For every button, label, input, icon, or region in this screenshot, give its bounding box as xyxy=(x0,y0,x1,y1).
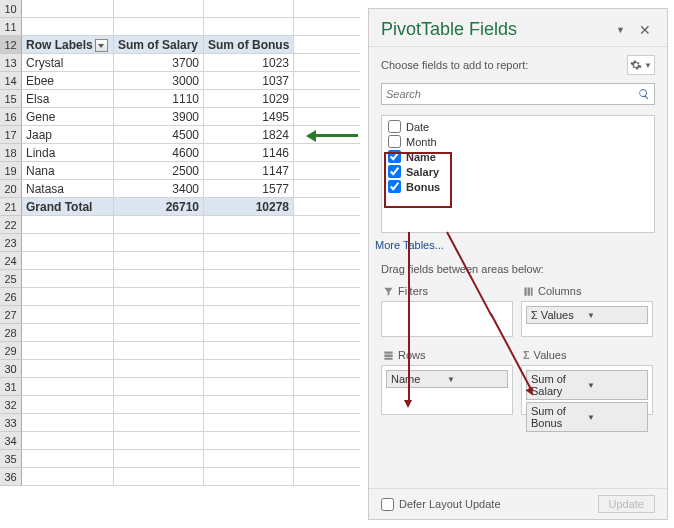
row-header[interactable]: 30 xyxy=(0,360,22,378)
cell-name[interactable]: Crystal xyxy=(22,54,114,71)
columns-dropzone[interactable]: Σ Values▼ xyxy=(521,301,653,337)
field-label: Name xyxy=(406,151,436,163)
cell-salary[interactable]: 4600 xyxy=(114,144,204,161)
field-label: Salary xyxy=(406,166,439,178)
tools-button[interactable]: ▼ xyxy=(627,55,655,75)
field-checkbox[interactable] xyxy=(388,120,401,133)
row-header[interactable]: 24 xyxy=(0,252,22,270)
field-checkbox[interactable] xyxy=(388,165,401,178)
columns-icon xyxy=(523,286,534,297)
row-header[interactable]: 19 xyxy=(0,162,22,180)
table-row: Nana25001147 xyxy=(22,162,360,180)
row-header[interactable]: 36 xyxy=(0,468,22,486)
row-header[interactable]: 10 xyxy=(0,0,22,18)
field-item-name[interactable]: Name xyxy=(382,149,654,164)
row-header[interactable]: 33 xyxy=(0,414,22,432)
cell-name[interactable]: Natasa xyxy=(22,180,114,197)
row-header[interactable]: 34 xyxy=(0,432,22,450)
cell-salary[interactable]: 1110 xyxy=(114,90,204,107)
cell-salary[interactable]: 2500 xyxy=(114,162,204,179)
field-checkbox[interactable] xyxy=(388,150,401,163)
cell-bonus[interactable]: 1147 xyxy=(204,162,294,179)
pivot-header-row: Row Labels Sum of Salary Sum of Bonus xyxy=(22,36,360,54)
table-row: Elsa11101029 xyxy=(22,90,360,108)
row-header[interactable]: 14 xyxy=(0,72,22,90)
cell-bonus[interactable]: 1577 xyxy=(204,180,294,197)
cell-bonus[interactable]: 1029 xyxy=(204,90,294,107)
row-header[interactable]: 18 xyxy=(0,144,22,162)
defer-layout-checkbox[interactable]: Defer Layout Update xyxy=(381,498,598,511)
field-item-salary[interactable]: Salary xyxy=(382,164,654,179)
row-header[interactable]: 22 xyxy=(0,216,22,234)
cell-bonus[interactable]: 1495 xyxy=(204,108,294,125)
cell-name[interactable]: Elsa xyxy=(22,90,114,107)
row-header[interactable]: 35 xyxy=(0,450,22,468)
row-header[interactable]: 27 xyxy=(0,306,22,324)
row-header[interactable]: 31 xyxy=(0,378,22,396)
row-header[interactable]: 28 xyxy=(0,324,22,342)
gear-icon xyxy=(630,59,642,71)
field-label: Date xyxy=(406,121,429,133)
cell-name[interactable]: Jaap xyxy=(22,126,114,143)
field-item-date[interactable]: Date xyxy=(382,119,654,134)
row-header[interactable]: 23 xyxy=(0,234,22,252)
values-dropzone[interactable]: Sum of Salary▼ Sum of Bonus▼ xyxy=(521,365,653,415)
col-header-bonus: Sum of Bonus xyxy=(204,36,294,53)
grand-total-bonus: 10278 xyxy=(204,198,294,215)
search-field[interactable] xyxy=(386,88,638,100)
row-header[interactable]: 12 xyxy=(0,36,22,54)
more-tables-link[interactable]: More Tables... xyxy=(369,233,667,253)
row-header[interactable]: 13 xyxy=(0,54,22,72)
row-header[interactable]: 26 xyxy=(0,288,22,306)
cell-name[interactable]: Nana xyxy=(22,162,114,179)
rows-icon xyxy=(383,350,394,361)
field-item-bonus[interactable]: Bonus xyxy=(382,179,654,194)
row-header[interactable]: 29 xyxy=(0,342,22,360)
cell-bonus[interactable]: 1037 xyxy=(204,72,294,89)
pane-menu-dropdown[interactable]: ▼ xyxy=(606,25,635,35)
field-tag-sum-bonus[interactable]: Sum of Bonus▼ xyxy=(526,402,648,432)
col-header-salary: Sum of Salary xyxy=(114,36,204,53)
cell-name[interactable]: Linda xyxy=(22,144,114,161)
filter-dropdown-icon[interactable] xyxy=(95,39,108,52)
row-header[interactable]: 11 xyxy=(0,18,22,36)
cell-name[interactable]: Ebee xyxy=(22,72,114,89)
row-header[interactable]: 20 xyxy=(0,180,22,198)
field-item-month[interactable]: Month xyxy=(382,134,654,149)
spreadsheet: 1011121314151617181920212223242526272829… xyxy=(0,0,360,486)
cell-salary[interactable]: 3400 xyxy=(114,180,204,197)
field-checkbox[interactable] xyxy=(388,180,401,193)
row-header[interactable]: 25 xyxy=(0,270,22,288)
row-header[interactable]: 16 xyxy=(0,108,22,126)
field-checkbox[interactable] xyxy=(388,135,401,148)
filters-area: Filters xyxy=(377,279,517,343)
close-icon[interactable]: ✕ xyxy=(635,22,655,38)
row-header[interactable]: 15 xyxy=(0,90,22,108)
cell-salary[interactable]: 3000 xyxy=(114,72,204,89)
field-tag-sigma-values[interactable]: Σ Values▼ xyxy=(526,306,648,324)
field-tag-sum-salary[interactable]: Sum of Salary▼ xyxy=(526,370,648,400)
field-label: Bonus xyxy=(406,181,440,193)
row-header[interactable]: 32 xyxy=(0,396,22,414)
field-tag-name[interactable]: Name▼ xyxy=(386,370,508,388)
cell-bonus[interactable]: 1824 xyxy=(204,126,294,143)
row-header[interactable]: 21 xyxy=(0,198,22,216)
cell-salary[interactable]: 4500 xyxy=(114,126,204,143)
update-button[interactable]: Update xyxy=(598,495,655,513)
pane-subtitle: Choose fields to add to report: xyxy=(381,59,627,71)
rows-dropzone[interactable]: Name▼ xyxy=(381,365,513,415)
cell-salary[interactable]: 3700 xyxy=(114,54,204,71)
cell-salary[interactable]: 3900 xyxy=(114,108,204,125)
table-row: Linda46001146 xyxy=(22,144,360,162)
cell-name[interactable]: Gene xyxy=(22,108,114,125)
values-area: ΣValues Sum of Salary▼ Sum of Bonus▼ xyxy=(517,343,657,421)
row-labels-header[interactable]: Row Labels xyxy=(22,36,114,53)
search-icon xyxy=(638,88,650,100)
cell-bonus[interactable]: 1146 xyxy=(204,144,294,161)
cell-bonus[interactable]: 1023 xyxy=(204,54,294,71)
search-input[interactable] xyxy=(381,83,655,105)
drag-instruction: Drag fields between areas below: xyxy=(369,253,667,279)
columns-area: Columns Σ Values▼ xyxy=(517,279,657,343)
row-header[interactable]: 17 xyxy=(0,126,22,144)
table-row: Crystal37001023 xyxy=(22,54,360,72)
